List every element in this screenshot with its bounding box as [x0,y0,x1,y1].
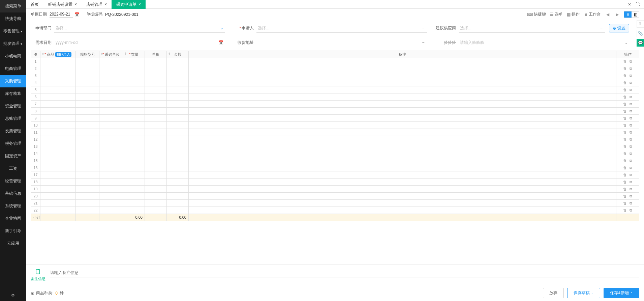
delete-icon[interactable]: 🗑 [623,74,627,78]
table-row[interactable]: 13🗑⧉ [31,143,639,150]
price-header[interactable]: 单价 [145,51,167,58]
delete-icon[interactable]: 🗑 [623,201,627,206]
sidebar-item-13[interactable]: 工资 [0,162,26,175]
gear-col[interactable]: ⚙ [31,51,40,58]
copy-icon[interactable]: ⧉ [630,130,632,135]
copy-icon[interactable]: ⧉ [630,159,632,163]
qty-header[interactable]: ▲▼*数量 [123,51,145,58]
rail-attach-icon[interactable]: 📎 [637,30,644,37]
table-row[interactable]: 7🗑⧉ [31,101,639,108]
sidebar-item-12[interactable]: 固定资产 [0,150,26,162]
save-draft-button[interactable]: 保存草稿⌄ [567,288,600,298]
delete-icon[interactable]: 🗑 [623,194,627,198]
copy-icon[interactable]: ⧉ [630,95,632,99]
rail-doc-icon[interactable]: 🗎 [637,20,644,28]
delete-icon[interactable]: 🗑 [623,159,627,163]
view-list-btn[interactable]: ≡ [624,11,632,18]
shipaddr-input[interactable] [256,38,420,47]
shortcut-btn[interactable]: ⌨快捷键 [527,11,546,17]
next-icon[interactable]: ▶ [614,12,620,17]
sidebar-item-17[interactable]: 企业协同 [0,212,26,225]
product-header[interactable]: ▲▼*商品 扫码录入 [40,51,76,58]
delete-icon[interactable]: 🗑 [623,130,627,135]
sidebar-item-2[interactable]: 零售管理▼ [0,25,26,37]
copy-icon[interactable]: ⧉ [630,144,632,149]
copy-icon[interactable]: ⧉ [630,173,632,177]
table-row[interactable]: 20🗑⧉ [31,193,639,200]
copy-icon[interactable]: ⧉ [630,208,632,213]
delete-icon[interactable]: 🗑 [623,59,627,64]
sidebar-item-4[interactable]: 小畅电商 [0,50,26,62]
view-card-btn[interactable]: ◧ [632,11,639,18]
sidebar-item-9[interactable]: 总账管理 [0,112,26,125]
table-row[interactable]: 10🗑⧉ [31,122,639,129]
remarks-toggle[interactable]: 🗒 备注信息 [31,268,45,281]
more-icon[interactable]: ⋯ [420,40,427,45]
table-row[interactable]: 5🗑⧉ [31,86,639,93]
sidebar-item-11[interactable]: 税务管理 [0,137,26,150]
copy-icon[interactable]: ⧉ [630,66,632,71]
tab-2[interactable]: 店铺管理× [82,0,112,9]
close-icon[interactable]: ✕ [626,1,633,7]
copy-icon[interactable]: ⧉ [630,152,632,156]
copy-icon[interactable]: ⧉ [630,59,632,64]
table-row[interactable]: 1🗑⧉ [31,58,639,65]
sidebar-item-8[interactable]: 资金管理 [0,100,26,112]
copy-icon[interactable]: ⧉ [630,194,632,198]
chevron-down-icon[interactable]: ⌄ [623,40,629,45]
operate-btn[interactable]: ▦操作 [567,11,580,17]
copy-icon[interactable]: ⧉ [630,102,632,106]
delete-icon[interactable]: 🗑 [623,144,627,149]
delete-icon[interactable]: 🗑 [623,152,627,156]
delete-icon[interactable]: 🗑 [623,187,627,191]
tab-1[interactable]: 旺铺店铺设置× [43,0,82,9]
table-row[interactable]: 4🗑⧉ [31,79,639,86]
delete-icon[interactable]: 🗑 [623,88,627,92]
delete-icon[interactable]: 🗑 [623,81,627,85]
table-row[interactable]: 11🗑⧉ [31,129,639,136]
tab-0[interactable]: 首页 [26,0,43,9]
copy-icon[interactable]: ⧉ [630,166,632,170]
more-icon[interactable]: ⋯ [420,26,427,30]
fullscreen-icon[interactable]: ⛶ [635,1,641,7]
sidebar-item-16[interactable]: 系统管理 [0,200,26,212]
sidebar-settings[interactable]: ⚙ [0,290,26,301]
sidebar-item-1[interactable]: 快捷导航 [0,12,26,25]
copy-icon[interactable]: ⧉ [630,137,632,142]
sidebar-item-0[interactable]: 搜索菜单 [0,0,26,12]
radio-icon[interactable]: ◉ [31,291,34,296]
table-row[interactable]: 14🗑⧉ [31,150,639,157]
delete-icon[interactable]: 🗑 [623,116,627,120]
more-icon[interactable]: ⋯ [598,26,605,30]
sidebar-item-5[interactable]: 电商管理 [0,62,26,75]
table-row[interactable]: 3🗑⧉ [31,72,639,79]
dept-input[interactable] [54,24,219,32]
sidebar-item-3[interactable]: 批发管理▼ [0,37,26,50]
applicant-input[interactable] [256,24,420,32]
table-row[interactable]: 19🗑⧉ [31,186,639,193]
table-row[interactable]: 12🗑⧉ [31,136,639,143]
delete-icon[interactable]: 🗑 [623,95,627,99]
copy-icon[interactable]: ⧉ [630,88,632,92]
delete-icon[interactable]: 🗑 [623,180,627,184]
delete-icon[interactable]: 🗑 [623,173,627,177]
remark-header[interactable]: 备注 [189,51,616,58]
copy-icon[interactable]: ⧉ [630,81,632,85]
close-icon[interactable]: × [104,0,107,9]
abandon-button[interactable]: 放弃 [543,288,564,298]
unit-header[interactable]: ▲▼*采购单位 [99,51,123,58]
remarks-input[interactable] [50,268,639,277]
table-row[interactable]: 17🗑⧉ [31,171,639,179]
calendar-icon[interactable]: 📅 [217,40,225,45]
table-row[interactable]: 15🗑⧉ [31,157,639,164]
table-row[interactable]: 22🗑⧉ [31,207,639,214]
close-icon[interactable]: × [74,0,77,9]
copy-icon[interactable]: ⧉ [630,109,632,113]
date-value[interactable]: 2022-09-21 [50,11,73,18]
sidebar-item-15[interactable]: 基础信息 [0,187,26,200]
scan-badge[interactable]: 扫码录入 [55,52,71,57]
table-row[interactable]: 21🗑⧉ [31,200,639,207]
save-new-button[interactable]: 保存&新增⌃ [604,288,639,298]
delete-icon[interactable]: 🗑 [623,66,627,71]
tab-3[interactable]: 采购申请单× [112,0,146,9]
